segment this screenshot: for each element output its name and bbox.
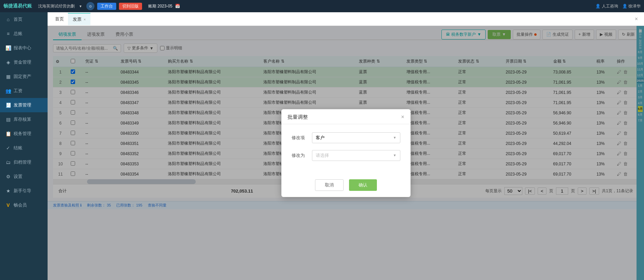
cancel-button[interactable]: 取消 [315, 179, 344, 191]
guide-icon: ★ [5, 188, 11, 194]
headset-icon: 👤 [595, 4, 601, 9]
sidebar-item-tax[interactable]: 📋 税务管理 [0, 127, 48, 141]
sidebar-item-payroll[interactable]: 👥 工资 [0, 84, 48, 98]
sidebar-item-label: 发票管理 [14, 102, 31, 108]
sidebar-item-label: 库存核算 [14, 116, 31, 122]
calendar-icon[interactable]: 📅 [175, 4, 180, 9]
batch-adjust-modal: 批量调整 × 修改项 客户 ▼ [281, 109, 411, 197]
old-version-button[interactable]: 切到旧版 [119, 3, 142, 10]
sidebar-item-label: 工资 [14, 88, 22, 94]
sidebar-item-label: 归档管理 [14, 159, 31, 165]
page-content: 销项发票 进项发票 费用小票 🏛 税务数字新户 ▼ 取票 ▼ [48, 26, 644, 280]
company-dropdown-icon[interactable]: ▼ [79, 4, 82, 8]
modal-overlay: 批量调整 × 修改项 客户 ▼ [48, 26, 644, 280]
member-icon: V [5, 202, 11, 208]
modal-close-button[interactable]: × [401, 114, 404, 120]
sidebar-item-label: 畅会员 [14, 202, 27, 208]
sidebar-item-home[interactable]: ⌂ 首页 [0, 12, 48, 27]
sidebar-item-label: 报表中心 [14, 45, 31, 51]
modal-footer: 取消 确认 [281, 176, 411, 197]
field-label: 修改项 [292, 135, 312, 141]
settlement-icon: ✓ [5, 145, 11, 151]
sidebar-item-ledger[interactable]: ≡ 总账 [0, 27, 48, 41]
sidebar-item-funds[interactable]: ◈ 资金管理 [0, 55, 48, 69]
change-to-label: 修改为 [292, 152, 312, 159]
sidebar-item-guide[interactable]: ★ 新手引导 [0, 184, 48, 198]
form-row-change: 修改为 请选择 ▼ [292, 150, 400, 161]
invoice-icon: 🧾 [5, 102, 11, 108]
company-icon[interactable]: ⊙ [86, 2, 94, 10]
sidebar-item-member[interactable]: V 畅会员 [0, 198, 48, 212]
sidebar-item-invoice[interactable]: 🧾 发票管理 [0, 98, 48, 112]
tax-icon: 📋 [5, 131, 11, 136]
sidebar-item-reports[interactable]: 📊 报表中心 [0, 41, 48, 55]
modal-title: 批量调整 [288, 114, 308, 120]
tab-close-icon[interactable]: × [84, 17, 86, 21]
sidebar-item-assets[interactable]: ▦ 固定资产 [0, 69, 48, 84]
period-text: 账期 2023-05 [148, 3, 172, 9]
payroll-icon: 👥 [5, 88, 11, 94]
form-row-field: 修改项 客户 ▼ [292, 132, 400, 143]
sidebar-item-label: 新手引导 [14, 188, 31, 194]
change-to-select[interactable]: 请选择 ▼ [312, 150, 400, 161]
sidebar-item-settlement[interactable]: ✓ 结账 [0, 141, 48, 155]
modal-body: 修改项 客户 ▼ 修改为 请选择 ▼ [281, 124, 411, 176]
field-value: 客户 [316, 135, 325, 141]
sidebar: ⌂ 首页 ≡ 总账 📊 报表中心 ◈ 资金管理 ▦ 固定资产 👥 工资 [0, 12, 48, 280]
app-logo: 畅捷通易代账 [3, 3, 32, 9]
confirm-button[interactable]: 确认 [349, 179, 377, 191]
human-service[interactable]: 👤 人工咨询 [595, 3, 618, 9]
ledger-icon: ≡ [5, 31, 11, 36]
sidebar-item-settings[interactable]: ⚙ 设置 [0, 169, 48, 184]
change-to-placeholder: 请选择 [316, 152, 329, 159]
home-icon: ⌂ [5, 17, 11, 22]
sidebar-item-label: 结账 [14, 145, 22, 151]
sidebar-item-label: 首页 [14, 16, 22, 22]
sidebar-item-label: 资金管理 [14, 59, 31, 65]
sidebar-item-label: 固定资产 [14, 73, 31, 80]
content-area: 首页 发票 × × 销项发票 进项发票 费用小票 [48, 12, 644, 280]
company-name: 沈海英测试经营勿删 [38, 3, 75, 9]
change-to-dropdown-icon: ▼ [393, 153, 397, 157]
workspace-button[interactable]: 工作台 [97, 3, 116, 10]
sidebar-item-inventory[interactable]: ▤ 库存核算 [0, 112, 48, 127]
tab-home[interactable]: 首页 [51, 13, 68, 25]
tab-invoice[interactable]: 发票 × [68, 13, 90, 25]
sidebar-item-label: 设置 [14, 174, 22, 180]
field-dropdown-icon: ▼ [393, 136, 397, 139]
top-bar-right: 👤 人工咨询 👤 徐泽华 [595, 3, 641, 9]
sidebar-item-label: 总账 [14, 31, 22, 37]
field-select[interactable]: 客户 ▼ [312, 132, 400, 143]
reports-icon: 📊 [5, 45, 11, 51]
archive-icon: 🗂 [5, 160, 11, 165]
top-bar: 畅捷通易代账 沈海英测试经营勿删 ▼ ⊙ 工作台 切到旧版 账期 2023-05… [0, 0, 644, 12]
sidebar-item-label: 税务管理 [14, 131, 31, 137]
tab-bar: 首页 发票 × × [48, 12, 644, 26]
assets-icon: ▦ [5, 74, 11, 79]
funds-icon: ◈ [5, 60, 11, 65]
inventory-icon: ▤ [5, 117, 11, 122]
sidebar-item-archive[interactable]: 🗂 归档管理 [0, 155, 48, 169]
user-icon: 👤 [622, 4, 627, 9]
settings-icon: ⚙ [5, 174, 11, 179]
tab-close-all[interactable]: × [632, 15, 641, 23]
modal-header: 批量调整 × [281, 109, 411, 124]
user-avatar[interactable]: 👤 徐泽华 [622, 3, 641, 9]
